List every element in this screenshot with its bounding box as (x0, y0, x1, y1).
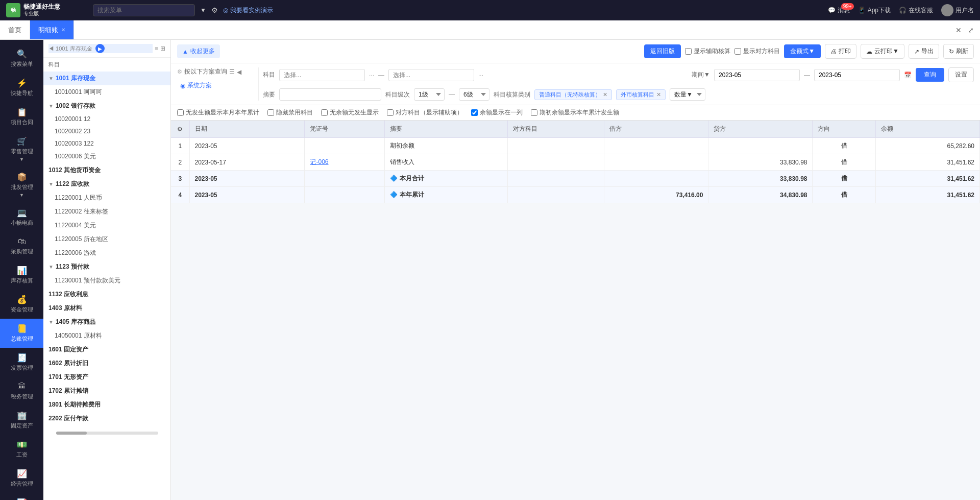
sidebar-item-capital[interactable]: 💰 资金管理 (0, 290, 43, 319)
sidebar-item-wholesale[interactable]: 📦 批发管理 ▼ (0, 167, 43, 203)
print-btn[interactable]: 🖨 打印 (825, 44, 856, 59)
tree-node-1405[interactable]: ▼ 1405 库存商品 (43, 315, 170, 329)
search-dropdown-btn[interactable]: ▼ (200, 7, 206, 14)
show-opposite-checkbox[interactable]: 显示对方科目 (734, 47, 780, 56)
retail-icon: 🛒 (17, 136, 27, 146)
tree-node-1001[interactable]: ▼ 1001 库存现金 (43, 72, 170, 85)
row-date-1: 2023-05 (189, 138, 305, 154)
tree-scrollbar[interactable] (56, 432, 158, 435)
tree-node-1701[interactable]: 1701 无形资产 (43, 370, 170, 384)
sidebar-item-operation[interactable]: 📈 经营管理 (0, 464, 43, 493)
check-hide-disabled[interactable]: 隐藏禁用科目 (267, 108, 313, 117)
sidebar-item-purchase[interactable]: 🛍 采购管理 (0, 232, 43, 260)
level-start-select[interactable]: 1级2级3级 (414, 88, 445, 101)
tree-node-10020006[interactable]: 10020006 美元 (43, 150, 170, 163)
scheme-collapse-btn[interactable]: ◀ (237, 68, 241, 76)
sidebar-item-ledger[interactable]: 📒 总账管理 (0, 319, 43, 348)
win-close-btn[interactable]: ✕ (953, 26, 964, 34)
tag-normal-close[interactable]: ✕ (603, 91, 607, 98)
tree-node-11220006[interactable]: 11220006 游戏 (43, 246, 170, 260)
tree-node-14050001[interactable]: 14050001 原材料 (43, 329, 170, 343)
check-opposite[interactable]: 对方科目（显示辅助项） (387, 108, 463, 117)
tab-ledger-close[interactable]: ✕ (61, 27, 65, 33)
tree-node-1702[interactable]: 1702 累计摊销 (43, 384, 170, 398)
online-service-btn[interactable]: 🎧 在线客服 (899, 6, 933, 15)
check-balance-col[interactable]: 余额显示在一列 (471, 108, 523, 117)
period-start-input[interactable] (714, 69, 800, 81)
row-voucher-2[interactable]: 记-006 (305, 154, 384, 171)
scheme-filter-btn[interactable]: ☰ (229, 68, 235, 76)
settings-btn[interactable]: 设置 (948, 67, 974, 82)
check-initial-balance[interactable]: 期初余额显示本年累计发生额 (531, 108, 619, 117)
tree-node-10020003[interactable]: 10020003 122 (43, 137, 170, 150)
message-btn[interactable]: 💬 消息 99+ (828, 6, 850, 15)
demo-link[interactable]: ◎ 我要看实例演示 (223, 6, 273, 15)
sidebar-item-expense[interactable]: 📝 小畅报销 (0, 493, 43, 500)
tree-node-11220002[interactable]: 11220002 往来标签 (43, 205, 170, 219)
tree-node-10020001[interactable]: 10020001 12 (43, 113, 170, 125)
return-old-btn[interactable]: 返回旧版 (644, 44, 681, 58)
tree-node-10010001[interactable]: 10010001 呵呵呵 (43, 85, 170, 99)
tree-node-10020002[interactable]: 10020002 23 (43, 125, 170, 137)
period-end-input[interactable] (814, 69, 900, 81)
sidebar-item-assets[interactable]: 🏢 固定资产 (0, 406, 43, 435)
win-maximize-btn[interactable]: ⤢ (966, 26, 976, 34)
tab-ledger[interactable]: 明细账 ✕ (30, 20, 74, 39)
tree-list-btn[interactable]: ≡ (155, 45, 158, 52)
tree-node-1012[interactable]: 1012 其他货币资金 (43, 163, 170, 177)
refresh-btn[interactable]: ↻ 刷新 (943, 44, 974, 59)
tree-node-1602[interactable]: 1602 累计折旧 (43, 356, 170, 370)
sidebar-item-salary[interactable]: 💵 工资 (0, 435, 43, 464)
app-download-btn[interactable]: 📱 App下载 (858, 6, 891, 15)
check-no-balance[interactable]: 无发生额显示本月本年累计 (177, 108, 259, 117)
kemu-input[interactable] (279, 69, 365, 81)
sidebar-item-invoice[interactable]: 🧾 发票管理 (0, 348, 43, 377)
tree-node-11220001[interactable]: 11220001 人民币 (43, 191, 170, 205)
tree-node-1403[interactable]: 1403 原材料 (43, 301, 170, 315)
tag-foreign-close[interactable]: ✕ (656, 91, 661, 98)
message-icon: 💬 (828, 7, 836, 14)
voucher-link-2[interactable]: 记-006 (310, 158, 328, 165)
plan-icon: ◉ (180, 82, 185, 89)
tree-node-1122[interactable]: ▼ 1122 应收款 (43, 177, 170, 191)
sidebar-item-tax[interactable]: 🏛 税务管理 (0, 377, 43, 406)
sidebar-item-quicknav[interactable]: ⚡ 快捷导航 (0, 73, 43, 102)
summary-input[interactable] (279, 88, 381, 101)
level-end-select[interactable]: 6级5级4级 (459, 88, 489, 101)
tree-node-1801[interactable]: 1801 长期待摊费用 (43, 398, 170, 412)
tree-node-11220005[interactable]: 11220005 所在地区 (43, 232, 170, 246)
tree-expand-btn[interactable]: ⊞ (160, 45, 165, 52)
plan-item[interactable]: ◉ 系统方案 (177, 79, 253, 92)
sidebar-item-retail[interactable]: 🛒 零售管理 ▼ (0, 131, 43, 167)
gear-btn[interactable]: ⚙ (211, 6, 218, 14)
kemu-input-end[interactable] (388, 69, 474, 81)
amount-select[interactable]: 数量▼ (670, 88, 705, 101)
tree-node-1123[interactable]: ▼ 1123 预付款 (43, 260, 170, 274)
query-btn[interactable]: 查询 (916, 68, 944, 82)
sidebar-item-search[interactable]: 🔍 搜索菜单 (0, 44, 43, 73)
row-voucher-3 (305, 171, 384, 187)
tree-node-11230001[interactable]: 11230001 预付款款美元 (43, 274, 170, 288)
tree-node-2202[interactable]: 2202 应付年款 (43, 412, 170, 425)
sidebar-item-inventory[interactable]: 📊 库存核算 (0, 260, 43, 290)
show-aux-checkbox[interactable]: 显示辅助核算 (685, 47, 730, 56)
check-no-balance2[interactable]: 无余额无发生显示 (321, 108, 379, 117)
sidebar-item-ecommerce[interactable]: 💻 小畅电商 (0, 203, 43, 232)
user-area[interactable]: 用户名 (941, 4, 974, 16)
filter-options: 无发生额显示本月本年累计 隐藏禁用科目 无余额无发生显示 对方科目（显示辅助项）… (171, 105, 980, 121)
gold-format-btn[interactable]: 金额式▼ (784, 44, 821, 58)
th-gear[interactable]: ⚙ (171, 121, 189, 138)
tree-nav-btn[interactable]: ▶ (95, 44, 105, 53)
top-search-input[interactable] (93, 4, 195, 16)
sidebar-item-project[interactable]: 📋 项目合同 (0, 102, 43, 131)
tree-node-1601[interactable]: 1601 固定资产 (43, 343, 170, 356)
collapse-btn[interactable]: ▲ 收起更多 (177, 44, 220, 58)
tree-node-1132[interactable]: 1132 应收利息 (43, 288, 170, 301)
tree-node-11220004[interactable]: 11220004 美元 (43, 219, 170, 232)
tree-scrollbar-thumb[interactable] (56, 432, 87, 435)
export-btn[interactable]: ↗ 导出 (909, 44, 939, 59)
cloud-print-btn[interactable]: ☁ 云打印▼ (861, 44, 904, 59)
tree-node-1002[interactable]: ▼ 1002 银行存款 (43, 99, 170, 113)
tab-home[interactable]: 首页 (0, 20, 30, 39)
period-calendar: 📅 (904, 72, 912, 79)
